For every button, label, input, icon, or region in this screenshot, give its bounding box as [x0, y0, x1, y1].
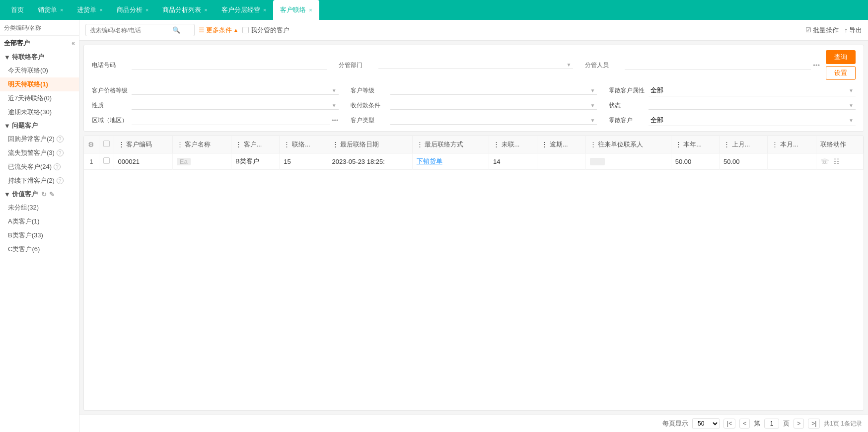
page-number-input[interactable]: [764, 419, 779, 429]
close-icon[interactable]: ×: [263, 7, 266, 13]
close-icon[interactable]: ×: [145, 7, 148, 13]
help-icon[interactable]: ?: [54, 163, 61, 170]
chevron-down-icon: ▼: [332, 88, 337, 93]
export-button[interactable]: ↑ 导出: [845, 26, 863, 35]
sidebar-item-a-class[interactable]: A类客户(1): [0, 215, 79, 228]
sidebar-all-customers[interactable]: 全部客户 «: [0, 36, 79, 51]
close-icon[interactable]: ×: [204, 7, 207, 13]
row-checkbox[interactable]: [99, 153, 114, 170]
sidebar-item-c-class[interactable]: C类客户(6): [0, 242, 79, 256]
sidebar-search-input[interactable]: [4, 24, 78, 31]
sidebar: 🔍 全部客户 « ▼待联络客户 今天待联络(0) 明天待联络(1) 近7天待联络…: [0, 20, 79, 432]
customer-type-select[interactable]: ▼: [390, 117, 597, 125]
filter-nature: 性质 ▼: [92, 101, 339, 110]
edit-icon[interactable]: ✎: [49, 191, 55, 198]
close-icon[interactable]: ×: [309, 7, 312, 13]
more-filter-button[interactable]: ☰ 更多条件 ▲: [199, 26, 238, 35]
nav-sales-order[interactable]: 销货单 ×: [31, 0, 70, 20]
sidebar-item-declining[interactable]: 持续下滑客户(2) ?: [0, 174, 79, 188]
chevron-down-icon: ▼: [849, 118, 854, 123]
checkbox-icon[interactable]: [103, 141, 110, 147]
action-grid-icon[interactable]: ☷: [833, 157, 840, 165]
filter-panel: 电话号码 分管部门 ▼ 分管人员 •••: [83, 45, 864, 132]
filter-row-4: 区域（地区） ••• 客户类型 ▼ 零散客户 全部: [92, 115, 856, 126]
next-page-button[interactable]: >: [794, 419, 804, 429]
col-checkbox: [99, 136, 114, 153]
col-customer-code: ⋮ 客户编码: [114, 136, 172, 153]
nav-customer-layering[interactable]: 客户分层经营 ×: [215, 0, 273, 20]
content-main: ⚙ ⋮ 客户编码 ⋮ 客户名称: [79, 132, 868, 432]
last-month: 50.00: [719, 153, 767, 170]
sidebar-item-overdue-pending[interactable]: 逾期未联络(30): [0, 105, 79, 119]
col-this-year: ⋮ 本年...: [671, 136, 719, 153]
filter-customer-grade: 客户等级 ▼: [351, 86, 597, 95]
close-icon[interactable]: ×: [60, 7, 63, 13]
sidebar-item-today-pending[interactable]: 今天待联络(0): [0, 64, 79, 77]
sidebar-item-tomorrow-pending[interactable]: 明天待联络(1): [0, 77, 79, 91]
prev-page-button[interactable]: <: [739, 419, 750, 429]
filter-value-grade: 客户价格等级 ▼: [92, 86, 339, 95]
nav-customer-contact[interactable]: 客户联络 ×: [273, 0, 319, 20]
filter-row-2: 客户价格等级 ▼ 客户等级 ▼ 零散客户属性: [92, 85, 856, 96]
chevron-up-icon: ▲: [233, 27, 238, 33]
nav-home[interactable]: 首页: [4, 0, 31, 20]
col-contact-person: ⋮ 往来单位联系人: [585, 136, 671, 153]
nav-purchase-order[interactable]: 进货单 ×: [70, 0, 109, 20]
search-input[interactable]: [90, 27, 169, 34]
refresh-icon[interactable]: ↻: [41, 191, 47, 198]
pagination: 每页显示 50 100 200 |< < 第 页 > >| 共1页 1条记录: [79, 415, 868, 432]
sidebar-item-ungrouped[interactable]: 未分组(32): [0, 201, 79, 215]
customer-grade-select[interactable]: ▼: [390, 87, 597, 95]
sidebar-item-churn-warning[interactable]: 流失预警客户(3) ?: [0, 146, 79, 160]
filter-icon: ☰: [199, 26, 205, 34]
customer-code: 000021: [114, 153, 172, 170]
retail-attr-select[interactable]: 全部 ▼: [649, 85, 856, 96]
close-icon[interactable]: ×: [99, 7, 102, 13]
search-button[interactable]: 🔍: [172, 26, 180, 34]
reset-button[interactable]: 设置: [826, 66, 856, 80]
filter-region: 区域（地区） •••: [92, 116, 339, 125]
collapse-icon[interactable]: «: [72, 40, 75, 47]
table-body: 1 000021 Ea B类客户 15 2023-05-23 18:25:: [84, 153, 864, 170]
first-page-button[interactable]: |<: [723, 419, 735, 429]
sidebar-item-week-pending[interactable]: 近7天待联络(0): [0, 91, 79, 105]
help-icon[interactable]: ?: [57, 136, 64, 143]
last-contact-method-link[interactable]: 下销货单: [417, 157, 442, 165]
sidebar-item-churned[interactable]: 已流失客户(24) ?: [0, 160, 79, 174]
filter-row-1: 电话号码 分管部门 ▼ 分管人员 •••: [92, 50, 856, 80]
retail-customer-select[interactable]: 全部 ▼: [649, 115, 856, 126]
sidebar-value-group: ▼价值客户 ↻ ✎: [0, 188, 79, 201]
last-page-button[interactable]: >|: [808, 419, 820, 429]
status-select[interactable]: ▼: [649, 102, 856, 110]
phone-input[interactable]: [132, 61, 327, 70]
page-size-select[interactable]: 50 100 200: [692, 418, 720, 429]
nav-product-analysis[interactable]: 商品分析 ×: [110, 0, 155, 20]
my-customers-checkbox[interactable]: 我分管的客户: [242, 26, 289, 35]
action-phone-icon[interactable]: ☏: [820, 157, 829, 165]
col-customer-name: ⋮ 客户名称: [172, 136, 231, 153]
nature-select[interactable]: ▼: [132, 102, 339, 110]
payment-select[interactable]: ▼: [390, 102, 597, 110]
overdue: [537, 153, 585, 170]
more-options-icon[interactable]: •••: [332, 117, 339, 124]
gear-icon[interactable]: ⚙: [88, 141, 94, 148]
checkbox-icon[interactable]: [103, 157, 110, 164]
sidebar-item-abnormal-repurchase[interactable]: 回购异常客户(2) ?: [0, 132, 79, 146]
sidebar-problem-group: ▼问题客户: [0, 119, 79, 132]
more-options-icon[interactable]: •••: [813, 62, 820, 69]
help-icon[interactable]: ?: [57, 177, 64, 184]
value-grade-select[interactable]: ▼: [132, 87, 339, 95]
export-icon: ↑: [845, 26, 848, 34]
person-input[interactable]: [625, 61, 811, 70]
contact-person-blurred: [590, 158, 605, 165]
sidebar-item-b-class[interactable]: B类客户(33): [0, 228, 79, 242]
batch-operation-button[interactable]: ☑ 批量操作: [805, 26, 839, 35]
col-customer-type: ⋮ 客户...: [231, 136, 279, 153]
region-input[interactable]: [132, 116, 330, 125]
help-icon[interactable]: ?: [57, 149, 64, 156]
query-button[interactable]: 查询: [826, 50, 856, 64]
dept-select[interactable]: ▼: [378, 61, 574, 69]
col-last-contact-date: ⋮ 最后联络日期: [328, 136, 412, 153]
nav-product-analysis-list[interactable]: 商品分析列表 ×: [155, 0, 214, 20]
customer-name: Ea: [172, 153, 231, 170]
